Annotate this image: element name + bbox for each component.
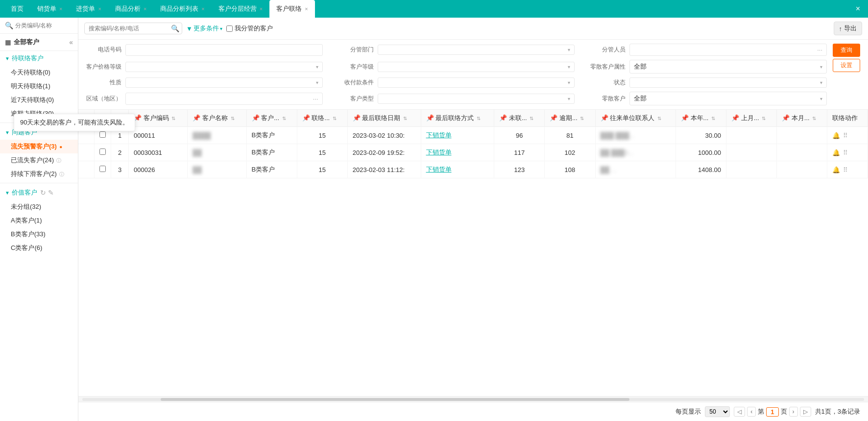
th-name[interactable]: 📌 客户名称 ⇅ (188, 110, 246, 127)
th-last-contact-date[interactable]: 📌 最后联络日期 ⇅ (347, 110, 421, 127)
sidebar-item-tomorrow[interactable]: 明天待联络(1) (0, 79, 78, 93)
region-more-dots[interactable]: ··· (313, 95, 318, 102)
sidebar-item-7days[interactable]: 近7天待联络(0) (0, 93, 78, 107)
row-select-checkbox[interactable] (99, 149, 106, 155)
close-tab-customer-contact[interactable]: × (305, 6, 308, 12)
row-last-contact-method[interactable]: 下销货单 (421, 161, 494, 178)
customer-type-select[interactable]: ▾ (378, 94, 575, 104)
phone-input[interactable] (125, 44, 323, 56)
row-last-contact-method[interactable]: 下销货单 (421, 144, 494, 161)
th-ty-sort[interactable]: ⇅ (711, 116, 715, 121)
th-no-contact[interactable]: 📌 未联... ⇅ (494, 110, 545, 127)
th-unit-contact[interactable]: 📌 往来单位联系人 ⇅ (595, 110, 675, 127)
th-tm-sort[interactable]: ⇅ (812, 116, 816, 121)
tab-analysis[interactable]: 商品分析 × (108, 0, 153, 18)
action-contact-icon[interactable]: 🔔 (832, 166, 840, 173)
action-contact-icon[interactable]: 🔔 (832, 132, 840, 139)
row-select-checkbox[interactable] (99, 131, 106, 138)
action-more-icon[interactable]: ⠿ (843, 166, 848, 173)
retail-select[interactable]: 全部 ▾ (629, 92, 827, 105)
close-tab-analysis-list[interactable]: × (201, 6, 204, 12)
tab-analysis-list[interactable]: 商品分析列表 × (153, 0, 211, 18)
sidebar-item-a-class[interactable]: A类客户(1) (0, 214, 78, 227)
th-uc-sort[interactable]: ⇅ (657, 116, 661, 121)
sidebar-item-churn-warning[interactable]: 流失预警客户(3) ● (0, 140, 78, 153)
th-this-year[interactable]: 📌 本年... ⇅ (675, 110, 726, 127)
th-contact[interactable]: 📌 联络... ⇅ (297, 110, 347, 127)
last-contact-method-link[interactable]: 下销货单 (426, 149, 452, 156)
th-nc-sort[interactable]: ⇅ (530, 116, 533, 121)
region-select[interactable]: ··· (125, 93, 323, 105)
th-grade[interactable]: 📌 客户... ⇅ (246, 110, 297, 127)
status-select[interactable]: ▾ (629, 77, 827, 88)
customer-grade-select[interactable]: ▾ (378, 62, 575, 72)
last-page-btn[interactable]: ▷ (800, 407, 811, 417)
last-contact-method-link[interactable]: 下销货单 (426, 166, 452, 173)
th-code-sort[interactable]: ⇅ (171, 116, 175, 121)
th-code[interactable]: 📌 客户编码 ⇅ (129, 110, 188, 127)
action-more-icon[interactable]: ⠿ (843, 149, 848, 156)
horizontal-scrollbar[interactable] (78, 396, 868, 402)
sidebar-item-churned[interactable]: 已流失客户(24) ⓘ (0, 153, 78, 167)
dept-select[interactable]: ▾ (378, 45, 575, 55)
value-refresh-icon[interactable]: ↻ (40, 189, 46, 197)
sidebar-item-ungroup[interactable]: 未分组(32) (0, 200, 78, 214)
action-more-icon[interactable]: ⠿ (843, 132, 848, 139)
sidebar-group-pending[interactable]: ▼ 待联络客户 (0, 51, 78, 66)
last-contact-method-link[interactable]: 下销货单 (426, 131, 452, 139)
close-tab-customer-tier[interactable]: × (260, 6, 263, 12)
sidebar-search-input[interactable] (15, 22, 73, 29)
export-btn[interactable]: ↑ 导出 (834, 22, 863, 35)
row-checkbox[interactable] (95, 161, 111, 178)
th-last-contact-method[interactable]: 📌 最后联络方式 ⇅ (421, 110, 494, 127)
sidebar-collapse-btn[interactable]: « (69, 38, 73, 46)
scrollbar-thumb[interactable] (161, 398, 630, 401)
nature-select[interactable]: ▾ (125, 77, 323, 88)
my-customers-checkbox-label[interactable]: 我分管的客户 (226, 24, 273, 33)
th-contact-sort[interactable]: ⇅ (333, 116, 337, 121)
per-page-select[interactable]: 50 20 100 (705, 406, 730, 417)
tab-home[interactable]: 首页 (4, 0, 30, 18)
value-edit-icon[interactable]: ✎ (48, 189, 54, 197)
th-lcd-sort[interactable]: ⇅ (403, 116, 407, 121)
tab-customer-tier[interactable]: 客户分层经营 × (212, 0, 269, 18)
th-od-sort[interactable]: ⇅ (580, 116, 584, 121)
close-tab-analysis[interactable]: × (144, 6, 146, 12)
search-icon-btn[interactable]: 🔍 (171, 25, 179, 32)
row-select-checkbox[interactable] (99, 166, 106, 172)
query-btn[interactable]: 查询 (833, 44, 860, 57)
sidebar-item-c-class[interactable]: C类客户(6) (0, 241, 78, 255)
first-page-btn[interactable]: ◁ (734, 407, 745, 417)
person-more-dots[interactable]: ··· (817, 46, 822, 53)
close-tab-purchase[interactable]: × (98, 6, 101, 12)
tab-sales[interactable]: 销货单 × (30, 0, 69, 18)
action-contact-icon[interactable]: 🔔 (832, 149, 840, 156)
search-input[interactable] (84, 23, 182, 34)
settings-btn[interactable]: 设置 (833, 59, 860, 72)
sidebar-item-b-class[interactable]: B类客户(33) (0, 227, 78, 241)
close-tab-sales[interactable]: × (59, 6, 62, 12)
window-close-btn[interactable]: × (852, 2, 864, 15)
row-last-contact-method[interactable]: 下销货单 (421, 127, 494, 144)
th-overdue[interactable]: 📌 逾期... ⇅ (545, 110, 595, 127)
th-grade-sort[interactable]: ⇅ (282, 116, 286, 121)
th-last-month[interactable]: 📌 上月... ⇅ (726, 110, 777, 127)
price-grade-select[interactable]: ▾ (125, 62, 323, 72)
th-lcm-sort[interactable]: ⇅ (477, 116, 481, 121)
sidebar-item-declining[interactable]: 持续下滑客户(2) ⓘ (0, 167, 78, 181)
next-page-btn[interactable]: › (789, 407, 798, 417)
my-customers-checkbox[interactable] (226, 25, 233, 32)
payment-select[interactable]: ▾ (378, 77, 575, 88)
th-this-month[interactable]: 📌 本月... ⇅ (777, 110, 827, 127)
person-select[interactable]: ··· (629, 44, 827, 56)
prev-page-btn[interactable]: ‹ (747, 407, 756, 417)
sidebar-group-value[interactable]: ▼ 价值客户 ↻ ✎ (0, 185, 78, 200)
sidebar-item-today[interactable]: 今天待联络(0) (0, 66, 78, 79)
tab-customer-contact[interactable]: 客户联络 × (269, 0, 314, 18)
row-checkbox[interactable] (95, 144, 111, 161)
retail-attr-select[interactable]: 全部 ▾ (629, 60, 827, 74)
more-conditions-btn[interactable]: ▼ 更多条件 ▾ (186, 24, 222, 33)
th-name-sort[interactable]: ⇅ (231, 116, 235, 121)
th-lm-sort[interactable]: ⇅ (762, 116, 766, 121)
tab-purchase[interactable]: 进货单 × (69, 0, 108, 18)
